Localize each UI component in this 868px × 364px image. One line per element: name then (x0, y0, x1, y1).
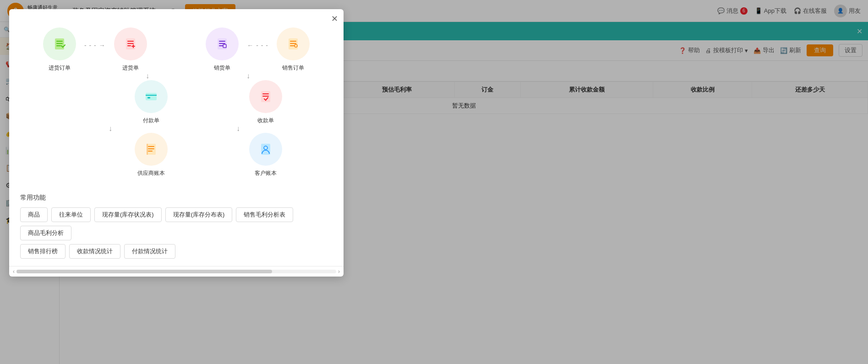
arrow-down-supplier: ↓ (109, 125, 112, 133)
flow-arrows-row: ↓ ↓ (42, 72, 316, 80)
arrow-h-1 (82, 42, 108, 58)
flow-diagram: 进货订单 进货单 (9, 9, 344, 186)
func-btn-payment-stats[interactable]: 付款情况统计 (124, 244, 175, 259)
payment-label: 付款单 (143, 117, 159, 125)
flow-row-1: 进货订单 进货单 (37, 27, 316, 72)
flow-modal: ✕ 进货订单 (9, 9, 344, 277)
purchase-order-icon (43, 27, 76, 60)
customer-ledger-icon (249, 133, 282, 166)
flow-node-sales-order[interactable]: 销售订单 (270, 27, 316, 72)
purchase-order-label: 进货订单 (49, 64, 71, 72)
common-functions-title: 常用功能 (20, 194, 333, 202)
arrow-h-2 (245, 42, 270, 58)
customer-ledger-label: 客户账本 (255, 169, 277, 177)
flow-node-payment[interactable]: 付款单 (128, 80, 174, 125)
scroll-left-icon[interactable]: ‹ (13, 268, 15, 275)
func-btn-product-gross[interactable]: 商品毛利分析 (20, 226, 71, 240)
sales-bill-label: 销货单 (214, 64, 230, 72)
func-btn-supplier-customer[interactable]: 往来单位 (51, 207, 91, 222)
scrollbar-thumb[interactable] (16, 270, 272, 273)
payment-icon (135, 80, 168, 113)
receipt-icon (249, 80, 282, 113)
arrow-down-receipt: ↓ (246, 72, 250, 80)
func-btn-product[interactable]: 商品 (20, 207, 48, 222)
scroll-right-icon[interactable]: › (338, 268, 340, 275)
sales-bill-icon (206, 27, 239, 60)
supplier-ledger-icon (135, 133, 168, 166)
scrollbar-track[interactable] (16, 270, 336, 273)
arrow-down-payment: ↓ (146, 72, 149, 80)
app-container: 6 畅康通好生意 标准版 装备及固定资产辅助管理系统 ▾ ⚙ 体验行业方案 💬 … (0, 0, 868, 364)
receipt-label: 收款单 (257, 117, 274, 125)
svg-rect-10 (261, 144, 270, 155)
flow-row-2: 付款单 收款单 (128, 80, 316, 125)
common-functions: 常用功能 商品 往来单位 现存量(库存状况表) 现存量(库存分布表) 销售毛利分… (9, 186, 344, 266)
sales-order-icon (277, 27, 310, 60)
function-buttons-row2: 销售排行榜 收款情况统计 付款情况统计 (20, 244, 333, 259)
flow-row-3: 供应商账本 客户账本 (128, 133, 316, 177)
function-buttons-row: 商品 往来单位 现存量(库存状况表) 现存量(库存分布表) 销售毛利分析表 商品… (20, 207, 333, 240)
func-btn-inventory-status[interactable]: 现存量(库存状况表) (94, 207, 162, 222)
sales-order-label: 销售订单 (282, 64, 304, 72)
func-btn-sales-rank[interactable]: 销售排行榜 (20, 244, 66, 259)
flow-node-purchase-bill[interactable]: 进货单 (108, 27, 153, 72)
arrow-down-customer: ↓ (236, 125, 240, 133)
flow-node-receipt[interactable]: 收款单 (243, 80, 289, 125)
flow-arrows-row2: ↓ ↓ (42, 125, 316, 133)
modal-close-button[interactable]: ✕ (331, 15, 338, 23)
func-btn-inventory-dist[interactable]: 现存量(库存分布表) (165, 207, 233, 222)
modal-overlay[interactable]: ✕ 进货订单 (0, 0, 868, 364)
flow-node-sales-bill[interactable]: 销货单 (199, 27, 245, 72)
flow-node-customer-ledger[interactable]: 客户账本 (243, 133, 289, 177)
func-btn-receipt-stats[interactable]: 收款情况统计 (69, 244, 120, 259)
modal-scrollbar[interactable]: ‹ › (9, 266, 344, 277)
svg-rect-7 (147, 97, 150, 98)
svg-rect-6 (146, 93, 157, 100)
func-btn-sales-gross[interactable]: 销售毛利分析表 (236, 207, 293, 222)
supplier-ledger-label: 供应商账本 (137, 169, 165, 177)
flow-node-purchase-order[interactable]: 进货订单 (37, 27, 82, 72)
flow-node-supplier-ledger[interactable]: 供应商账本 (128, 133, 174, 177)
purchase-bill-icon (114, 27, 147, 60)
purchase-bill-label: 进货单 (122, 64, 139, 72)
